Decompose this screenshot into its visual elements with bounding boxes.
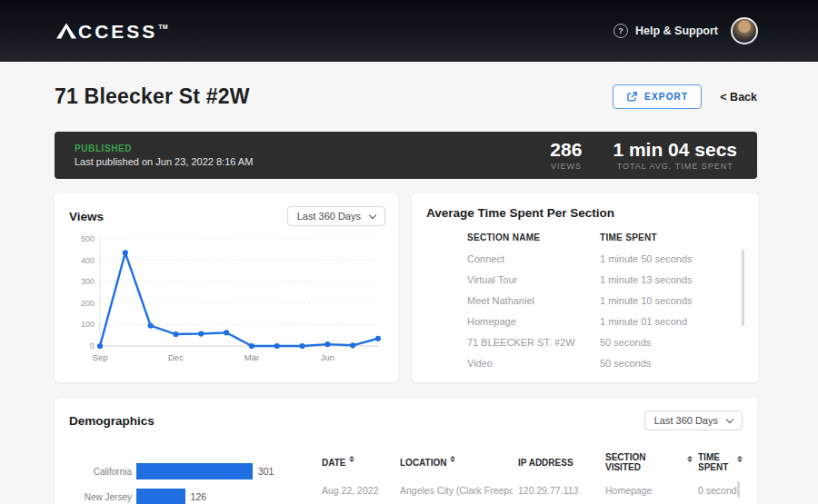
table-cell: Homepage	[605, 479, 693, 501]
access-logo[interactable]: CCESS TM	[56, 24, 167, 39]
table-cell: 50 seconds	[600, 331, 744, 352]
demographics-range-dropdown[interactable]: Last 360 Days	[644, 410, 743, 430]
bar-value-label: 126	[191, 491, 207, 502]
table-cell: Connect	[467, 248, 600, 269]
table-cell: 71 BLEECKER ST. #2W	[467, 331, 600, 352]
column-header[interactable]: LOCATION	[400, 452, 513, 479]
svg-text:Jun: Jun	[321, 352, 334, 362]
svg-text:Sep: Sep	[93, 352, 108, 362]
table-cell: 120.29.77.113	[518, 479, 600, 501]
export-icon	[626, 91, 638, 103]
table-cell: Virtual Tour	[467, 269, 600, 290]
table-cell: 0 second	[698, 479, 743, 501]
table-row: Virtual Tour1 minute 13 seconds	[467, 269, 744, 290]
table-cell: Angeles City (Clark Freeport)	[400, 479, 513, 501]
bar-row: New Jersey126	[69, 489, 322, 504]
column-header[interactable]: SECTION VISITED	[605, 452, 693, 479]
bar-category-label: California	[69, 467, 136, 477]
table-cell: Homepage	[467, 311, 600, 331]
views-card-title: Views	[69, 210, 104, 223]
demographics-table: DATELOCATIONIP ADDRESSSECTION VISITEDTIM…	[322, 452, 743, 504]
svg-text:200: 200	[81, 299, 95, 308]
bar	[136, 489, 185, 504]
table-cell: Video	[467, 352, 600, 373]
table-cell: 50 seconds	[600, 352, 744, 373]
avg-time-label: TOTAL AVG. TIME SPENT	[613, 162, 737, 171]
page-title: 71 Bleecker St #2W	[55, 84, 250, 109]
demographics-card: Demographics Last 360 Days California301…	[55, 398, 757, 504]
chevron-down-icon	[369, 211, 376, 218]
logo-text: CCESS	[78, 24, 157, 39]
bar	[136, 463, 253, 479]
sort-icon	[687, 456, 693, 469]
demographics-title: Demographics	[69, 414, 155, 428]
views-count-label: VIEWS	[550, 162, 582, 171]
table-row: 71 BLEECKER ST. #2W50 seconds	[467, 331, 744, 352]
table-cell: Meet Nathaniel	[467, 290, 600, 311]
table-cell: 1 minute 13 seconds	[600, 269, 744, 290]
svg-text:300: 300	[81, 277, 95, 286]
column-header: IP ADDRESS	[518, 452, 600, 479]
published-badge: PUBLISHED	[75, 143, 253, 153]
avg-col-time-spent: TIME SPENT	[600, 232, 744, 248]
table-row: Connect1 minute 50 seconds	[467, 248, 744, 269]
table-cell: 1 minute 10 seconds	[600, 290, 744, 311]
demographics-table-scrollbar[interactable]	[737, 481, 740, 498]
sort-icon	[349, 456, 354, 469]
avg-table-scrollbar[interactable]	[742, 250, 744, 326]
export-button[interactable]: EXPORT	[613, 84, 702, 109]
demographics-bar-chart: California301New Jersey126	[69, 463, 322, 504]
publish-status-bar: PUBLISHED Last published on Jun 23, 2022…	[55, 132, 757, 179]
table-cell: Aug 22, 2022	[322, 479, 394, 501]
column-header[interactable]: DATE	[322, 452, 394, 479]
svg-text:Mar: Mar	[244, 352, 259, 362]
svg-text:500: 500	[81, 234, 95, 243]
last-published-text: Last published on Jun 23, 2022 8:16 AM	[75, 156, 253, 167]
table-row: Meet Nathaniel1 minute 10 seconds	[467, 290, 744, 311]
sort-icon	[450, 456, 455, 469]
table-cell: 1 minute 01 second	[600, 311, 744, 331]
views-line-chart: 0100200300400500SepDecMarJun	[69, 226, 385, 379]
logo-trademark: TM	[158, 24, 167, 30]
help-support-label: Help & Support	[635, 25, 718, 37]
views-count: 286	[550, 140, 582, 160]
bar-value-label: 301	[258, 466, 274, 477]
avg-time-card-title: Average Time Spent Per Section	[426, 206, 614, 220]
views-card: Views Last 360 Days 0100200300400500SepD…	[55, 193, 398, 382]
table-row: Aug 22, 2022Angeles City (Clark Freeport…	[322, 479, 743, 501]
chevron-down-icon	[726, 415, 733, 422]
export-label: EXPORT	[644, 92, 688, 102]
avg-time-table: SECTION NAME TIME SPENT Connect1 minute …	[467, 232, 744, 373]
avg-time-value: 1 min 04 secs	[613, 140, 737, 160]
avg-col-section-name: SECTION NAME	[467, 232, 600, 248]
bar-row: California301	[69, 463, 322, 479]
user-avatar[interactable]	[731, 17, 758, 44]
table-row: Video50 seconds	[467, 352, 744, 373]
demographics-range-value: Last 360 Days	[654, 415, 718, 426]
app-header: CCESS TM ? Help & Support	[0, 0, 818, 62]
views-range-dropdown[interactable]: Last 360 Days	[287, 206, 385, 226]
table-cell: 1 minute 50 seconds	[600, 248, 744, 269]
logo-arrow-icon	[56, 24, 76, 39]
svg-text:0: 0	[90, 341, 95, 351]
back-link[interactable]: < Back	[720, 91, 757, 104]
sort-icon	[737, 456, 743, 469]
question-mark-icon: ?	[614, 24, 628, 38]
svg-text:Dec: Dec	[168, 352, 184, 362]
help-support-link[interactable]: ? Help & Support	[614, 24, 718, 38]
svg-text:400: 400	[81, 256, 95, 265]
avg-time-card: Average Time Spent Per Section SECTION N…	[412, 193, 759, 382]
table-row: Homepage1 minute 01 second	[467, 311, 744, 331]
views-range-value: Last 360 Days	[297, 211, 361, 222]
column-header[interactable]: TIME SPENT	[698, 452, 743, 479]
svg-text:100: 100	[81, 320, 95, 329]
bar-category-label: New Jersey	[69, 492, 136, 502]
